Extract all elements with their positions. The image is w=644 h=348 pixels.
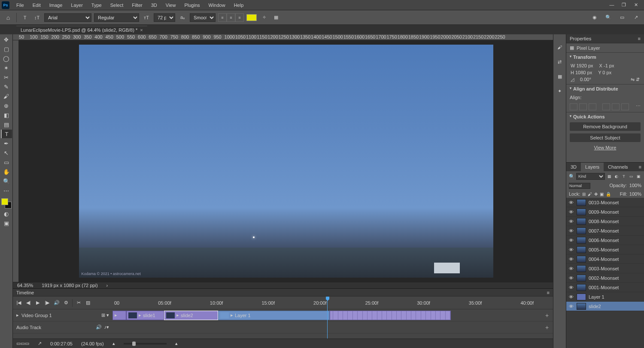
canvas[interactable]: Kodama © 2021 • astrocamera.net <box>19 40 553 282</box>
align-hcenter-btn[interactable] <box>579 103 587 110</box>
visibility-icon[interactable]: 👁 <box>569 219 574 224</box>
more-align-icon[interactable]: ⋯ <box>636 103 641 110</box>
mute-icon[interactable]: 🔊 <box>53 300 60 306</box>
quick-actions-section[interactable]: Quick Actions <box>566 112 644 121</box>
layer-row[interactable]: 👁0001-Moonset <box>566 283 644 292</box>
timeline-zoom-slider[interactable] <box>124 343 167 345</box>
brush-tool-icon[interactable]: 🖌 <box>1 92 12 100</box>
tab-channels[interactable]: Channels <box>604 163 632 171</box>
next-frame-icon[interactable]: |▶ <box>44 300 51 306</box>
settings-icon[interactable]: ⚙ <box>63 300 70 306</box>
tab-layers[interactable]: Layers <box>581 163 604 171</box>
search-icon[interactable]: 🔍 <box>604 13 613 22</box>
align-left-icon[interactable]: ≡ <box>218 13 227 22</box>
zoom-level[interactable]: 64.35% <box>17 283 33 288</box>
panel-menu-icon[interactable]: ≡ <box>547 290 550 295</box>
filter-smart-icon[interactable]: ▣ <box>635 173 641 179</box>
font-family-select[interactable]: Arial <box>44 13 91 22</box>
window-maximize-icon[interactable]: ❐ <box>620 2 628 8</box>
menu-3d[interactable]: 3D <box>147 1 161 9</box>
play-icon[interactable]: ▶ <box>34 300 41 306</box>
character-panel-icon[interactable]: ▦ <box>271 13 281 22</box>
text-color-swatch[interactable] <box>246 14 257 21</box>
layer-kind-select[interactable]: Kind <box>576 173 605 180</box>
split-icon[interactable]: ✂ <box>75 300 82 306</box>
playhead[interactable] <box>327 297 328 339</box>
menu-help[interactable]: Help <box>230 1 248 9</box>
layers-list[interactable]: 👁0010-Moonset👁0009-Moonset👁0008-Moonset👁… <box>566 198 644 348</box>
warp-text-icon[interactable]: ✧ <box>259 13 269 22</box>
layer-row[interactable]: 👁0002-Moonset <box>566 273 644 283</box>
lock-pos-icon[interactable]: ✥ <box>594 192 598 197</box>
layer-row[interactable]: 👁0007-Moonset <box>566 226 644 236</box>
home-icon[interactable]: ⌂ <box>3 13 13 22</box>
go-start-icon[interactable]: |◀ <box>15 300 22 306</box>
layer-row[interactable]: 👁0010-Moonset <box>566 198 644 207</box>
wand-tool-icon[interactable]: ✶ <box>1 64 12 72</box>
align-bottom-btn[interactable] <box>621 103 629 110</box>
layer-row[interactable]: 👁Layer 1 <box>566 292 644 302</box>
remove-bg-button[interactable]: Remove Background <box>570 122 641 131</box>
filmstrip-icon[interactable]: ⊞ ▾ <box>101 312 109 318</box>
brush-panel-icon[interactable]: 🖌 <box>556 43 564 51</box>
tab-3d[interactable]: 3D <box>566 163 581 171</box>
align-center-icon[interactable]: ≡ <box>227 13 235 22</box>
filter-pixel-icon[interactable]: ▦ <box>606 173 612 179</box>
layer-row[interactable]: 👁0004-Moonset <box>566 254 644 264</box>
marquee-tool-icon[interactable]: ▢ <box>1 45 12 53</box>
path-tool-icon[interactable]: ↖ <box>1 148 12 157</box>
zoom-in-icon[interactable]: ▴ <box>175 341 178 346</box>
adjustments-panel-icon[interactable]: ⇄ <box>556 57 564 66</box>
audio-clips-row[interactable]: + <box>112 321 553 333</box>
align-left-btn[interactable] <box>570 103 577 110</box>
filter-type-icon[interactable]: T <box>621 173 627 179</box>
font-size-select[interactable]: 72 pt <box>154 13 175 22</box>
layer-row[interactable]: 👁slide2 <box>566 302 644 311</box>
stamp-tool-icon[interactable]: ⊕ <box>1 101 12 110</box>
zoom-tool-icon[interactable]: 🔍 <box>1 177 12 185</box>
align-vcenter-btn[interactable] <box>612 103 620 110</box>
view-more-link[interactable]: View More <box>566 143 644 152</box>
frames-icon[interactable]: ▭▭▭ <box>16 341 29 346</box>
clip-slide1[interactable]: ▸slide1 <box>126 311 164 320</box>
document-tab[interactable]: LunarEclipseMovie-LPS.psd @ 64.4% (slide… <box>16 26 147 34</box>
screenmode-icon[interactable]: ▣ <box>1 219 12 227</box>
color-swatches[interactable] <box>1 198 12 209</box>
menu-view[interactable]: View <box>161 1 180 9</box>
styles-panel-icon[interactable]: ✦ <box>556 87 564 95</box>
visibility-icon[interactable]: 👁 <box>569 275 574 281</box>
blend-mode-select[interactable] <box>569 183 590 189</box>
type-tool-icon[interactable]: T <box>20 13 30 22</box>
audio-add-icon[interactable]: ♪▾ <box>104 324 109 330</box>
menu-image[interactable]: Image <box>45 1 67 9</box>
transform-section[interactable]: Transform <box>566 52 644 61</box>
crop-tool-icon[interactable]: ✂ <box>1 73 12 82</box>
antialias-select[interactable]: Smooth <box>190 13 216 22</box>
prev-frame-icon[interactable]: ◀| <box>25 300 32 306</box>
transition-icon[interactable]: ▨ <box>85 300 91 306</box>
align-right-icon[interactable]: ≡ <box>235 13 244 22</box>
panel-menu-icon[interactable]: ≡ <box>638 36 641 41</box>
visibility-icon[interactable]: 👁 <box>569 238 574 243</box>
menu-window[interactable]: Window <box>204 1 230 9</box>
more-tools-icon[interactable]: ⋯ <box>1 186 12 195</box>
search-icon[interactable]: 🔍 <box>569 174 575 179</box>
menu-select[interactable]: Select <box>106 1 128 9</box>
add-media-icon[interactable]: + <box>544 312 550 319</box>
lock-all-icon[interactable]: ⊞ <box>582 192 586 197</box>
expand-icon[interactable]: ▸ <box>16 312 19 318</box>
menu-type[interactable]: Type <box>87 1 106 9</box>
share-icon[interactable]: ↗ <box>631 13 641 22</box>
filter-shape-icon[interactable]: ▭ <box>628 173 634 179</box>
type-tool-icon[interactable]: T <box>1 130 12 138</box>
workspace-icon[interactable]: ▭ <box>617 13 627 22</box>
window-minimize-icon[interactable]: — <box>608 2 616 8</box>
visibility-icon[interactable]: 👁 <box>569 200 574 205</box>
visibility-icon[interactable]: 👁 <box>569 228 574 233</box>
clip-layer1[interactable]: ▸Layer 1 <box>218 311 330 320</box>
cloud-docs-icon[interactable]: ◉ <box>590 13 599 22</box>
window-close-icon[interactable]: ✕ <box>632 2 640 8</box>
lasso-tool-icon[interactable]: ◯ <box>1 54 12 63</box>
menu-filter[interactable]: Filter <box>128 1 146 9</box>
clip-slide2[interactable]: ▸slide2 <box>164 311 218 320</box>
